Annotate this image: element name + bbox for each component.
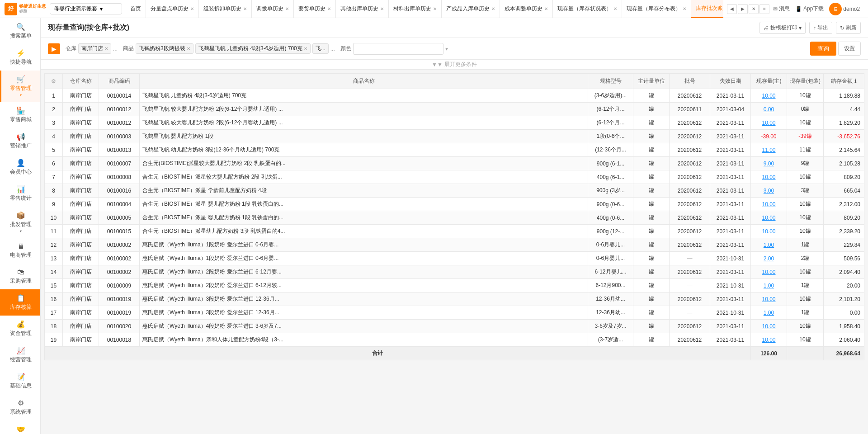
tab-close-btn[interactable]: ✕ <box>749 4 759 14</box>
row-batch: 20200612 <box>670 292 710 306</box>
sidebar-item-基础信息[interactable]: 📝 基础信息 <box>0 368 40 394</box>
row-spec: (3-7岁适... <box>588 333 633 347</box>
sidebar-item-会员中心[interactable]: 👤 会员中心 <box>0 154 40 180</box>
close-tab-icon[interactable]: ✕ <box>544 6 548 11</box>
row-stock-main[interactable]: 1.00 <box>751 279 787 292</box>
nav-tab-库存批次账[interactable]: 库存批次账 ✕ <box>691 0 723 18</box>
nav-tab-其他出库单历史[interactable]: 其他出库单历史 ✕ <box>336 0 389 18</box>
close-tab-icon[interactable]: ✕ <box>433 6 437 11</box>
row-stock-main[interactable]: 1.00 <box>751 238 787 252</box>
close-tab-icon[interactable]: ✕ <box>613 6 617 11</box>
tab-next-btn[interactable]: ▶ <box>738 4 748 14</box>
refresh-btn[interactable]: ↻ 刷新 <box>836 22 861 34</box>
row-stock-main[interactable]: 10.00 <box>751 116 787 130</box>
nav-tab-调拨单历史[interactable]: 调拨单历史 ✕ <box>252 0 294 18</box>
nav-tab-现存量（库存分布表）[interactable]: 现存量（库存分布表） ✕ <box>622 0 691 18</box>
row-stock-main[interactable]: 10.00 <box>751 225 787 238</box>
tab-prev-btn[interactable]: ◀ <box>727 4 737 14</box>
row-balance: 2,312.00 <box>824 198 864 211</box>
sidebar-item-批发管理[interactable]: 📦 批发管理 ▾ <box>0 207 40 238</box>
nav-tab-成本调整单历史[interactable]: 成本调整单历史 ✕ <box>500 0 553 18</box>
nav-tab-现存量（库存状况表）[interactable]: 现存量（库存状况表） ✕ <box>553 0 622 18</box>
row-stock-main[interactable]: 10.00 <box>751 89 787 103</box>
sidebar-icon: 🔍 <box>16 23 25 31</box>
close-tab-icon[interactable]: ✕ <box>327 6 331 11</box>
row-expire: 2021-03-11 <box>710 89 751 103</box>
row-spec: 900g (0-6... <box>588 198 633 211</box>
remove-warehouse-tag[interactable]: ✕ <box>104 46 108 51</box>
remove-product-tag[interactable]: ✕ <box>187 46 190 51</box>
product-more[interactable]: ... <box>330 46 335 52</box>
sidebar-item-资金管理[interactable]: 💰 资金管理 <box>0 316 40 342</box>
warehouse-more[interactable]: ... <box>113 46 118 52</box>
color-input[interactable] <box>353 43 443 55</box>
row-stock-main[interactable]: 10.00 <box>751 320 787 333</box>
row-stock-main[interactable]: 3.00 <box>751 184 787 198</box>
row-name: 惠氏启赋（Wyeth illuma）2段奶粉 爱尔兰进口 6-12月较... <box>140 279 588 292</box>
row-stock-main[interactable]: 10.00 <box>751 333 787 347</box>
nav-tab-首页[interactable]: 首页 <box>126 0 146 18</box>
user-profile[interactable]: E demo2 <box>829 3 860 15</box>
nav-tab-组装拆卸单历史[interactable]: 组装拆卸单历史 ✕ <box>199 0 252 18</box>
app-download-btn[interactable]: 📱 App下载 <box>795 5 824 13</box>
close-tab-icon[interactable]: ✕ <box>491 6 495 11</box>
close-tab-icon[interactable]: ✕ <box>243 6 247 11</box>
row-stock-main[interactable]: 10.00 <box>751 198 787 211</box>
row-warehouse: 南岸门店 <box>63 143 99 157</box>
sidebar-item-零售商城[interactable]: 🏪 零售商城 <box>0 102 40 128</box>
th-settings[interactable]: ⚙ <box>45 74 63 89</box>
close-tab-icon[interactable]: ✕ <box>285 6 289 11</box>
sidebar-item-采购管理[interactable]: 🛍 采购管理 <box>0 264 40 289</box>
expand-more-row[interactable]: ▼▼ 展开更多条件 <box>41 60 868 70</box>
sidebar-item-库存核算[interactable]: 📋 库存核算 <box>0 289 40 316</box>
row-stock-main[interactable]: 2.00 <box>751 252 787 265</box>
close-tab-icon[interactable]: ✕ <box>683 6 686 11</box>
row-stock-pack: 10罐 <box>787 265 824 279</box>
nav-tab-产成品入库单历史[interactable]: 产成品入库单历史 ✕ <box>442 0 500 18</box>
sidebar-item-经营管理[interactable]: 📈 经营管理 <box>0 342 40 368</box>
row-balance: 809.20 <box>824 211 864 225</box>
industry-selector[interactable]: 母婴行业演示账套 ▾ <box>50 3 122 14</box>
nav-tab-材料出库单历史[interactable]: 材料出库单历史 ✕ <box>389 0 442 18</box>
sidebar-label: 批发管理 <box>10 221 32 228</box>
tab-menu-btn[interactable]: ≡ <box>760 4 769 14</box>
sidebar-item-企业协同[interactable]: 🤝 企业协同 <box>0 420 40 434</box>
row-stock-main[interactable]: 9.00 <box>751 157 787 170</box>
nav-tab-分量盘点单历史[interactable]: 分量盘点单历史 ✕ <box>146 0 199 18</box>
close-tab-icon[interactable]: ✕ <box>190 6 194 11</box>
row-warehouse: 南岸门店 <box>63 320 99 333</box>
messages-btn[interactable]: ✉ 消息 <box>773 5 790 13</box>
settings-btn[interactable]: 设置 <box>838 42 861 56</box>
close-tab-icon[interactable]: ✕ <box>380 6 384 11</box>
template-print-btn[interactable]: 🖨 按模板打印 ▾ <box>760 22 806 34</box>
filter-expand-btn[interactable]: ▶ <box>48 43 60 54</box>
sidebar-item-快捷导航[interactable]: ⚡ 快捷导航 <box>0 44 40 71</box>
sidebar-item-零售管理[interactable]: 🛒 零售管理 ▾ <box>0 71 40 102</box>
export-btn[interactable]: ↑ 导出 <box>809 22 832 34</box>
row-batch: 20200612 <box>670 130 710 143</box>
row-name: 合生元(BIOSTIME)派星较大婴儿配方奶粉 2段 乳铁蛋白的... <box>140 157 588 170</box>
app-download-label: App下载 <box>803 5 824 13</box>
row-stock-main[interactable]: 10.00 <box>751 211 787 225</box>
row-name: 惠氏启赋（Wyeth illuma）3段奶粉 爱尔兰进口 12-36月... <box>140 306 588 320</box>
export-icon: ↑ <box>813 25 816 31</box>
nav-tab-要货单历史[interactable]: 要货单历史 ✕ <box>294 0 336 18</box>
page-header: 现存量查询(按仓库+批次) 🖨 按模板打印 ▾ ↑ 导出 ↻ 刷新 <box>41 18 868 38</box>
row-stock-main[interactable]: -39.00 <box>751 130 787 143</box>
remove-product-tag[interactable]: ✕ <box>304 46 307 51</box>
warehouse-tags: 南岸门店 ✕ ... <box>78 43 118 54</box>
query-btn[interactable]: 查询 <box>810 42 836 56</box>
sidebar-item-零售统计[interactable]: 📊 零售统计 <box>0 180 40 207</box>
row-stock-main[interactable]: 10.00 <box>751 170 787 184</box>
sidebar-item-电商管理[interactable]: 🖥 电商管理 <box>0 238 40 264</box>
row-stock-main[interactable]: 11.00 <box>751 143 787 157</box>
row-stock-main[interactable]: 10.00 <box>751 292 787 306</box>
row-stock-main[interactable]: 0.00 <box>751 103 787 116</box>
row-stock-main[interactable]: 1.00 <box>751 306 787 320</box>
row-code: 00100013 <box>99 143 140 157</box>
sidebar-item-营销推广[interactable]: 📢 营销推广 <box>0 128 40 154</box>
sidebar-icon: 🛍 <box>17 268 24 276</box>
sidebar-item-系统管理[interactable]: ⚙ 系统管理 <box>0 394 40 420</box>
sidebar-item-搜索菜单[interactable]: 🔍 搜索菜单 <box>0 18 40 44</box>
row-stock-main[interactable]: 10.00 <box>751 265 787 279</box>
